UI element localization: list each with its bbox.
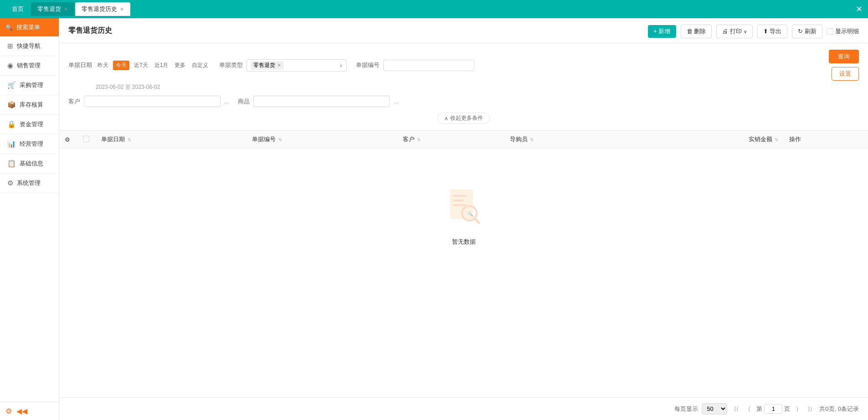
bill-number-input[interactable] [383, 60, 474, 71]
bill-type-select[interactable]: 零售退货 ✕ ∨ [247, 59, 347, 72]
page-unit: 页 [784, 405, 790, 413]
svg-rect-3 [453, 204, 466, 206]
filter-customer: 客户 ... [68, 96, 229, 107]
sidebar-item-finance-mgmt-label: 资金管理 [20, 120, 43, 128]
date-yesterday-btn[interactable]: 昨天 [96, 61, 110, 70]
customer-input[interactable] [84, 96, 221, 107]
refresh-button[interactable]: ↻ 刷新 [792, 25, 822, 38]
show-detail-checkbox[interactable] [827, 28, 833, 35]
sidebar-item-sales-mgmt-label: 销售管理 [17, 61, 41, 70]
table-wrap: ⚙ 单据日期 ⇅ 单据编号 ⇅ 客户 [59, 131, 868, 397]
goods-input[interactable] [253, 96, 390, 107]
collapse-button[interactable]: ∧ 收起更多条件 [437, 113, 490, 124]
new-button[interactable]: + 新增 [648, 25, 676, 38]
tab-home[interactable]: 首页 [5, 2, 30, 16]
sidebar-item-purchase-mgmt[interactable]: 🛒 采购管理 [0, 76, 59, 95]
data-table: ⚙ 单据日期 ⇅ 单据编号 ⇅ 客户 [59, 131, 868, 282]
tab-home-label: 首页 [12, 5, 24, 13]
page-size-select[interactable]: 50 10 20 100 [702, 403, 727, 415]
tab-retail-return-history[interactable]: 零售退货历史 ✕ [75, 2, 130, 16]
bill-type-tag-label: 零售退货 [253, 61, 275, 69]
sidebar-item-operation-mgmt-label: 经营管理 [20, 140, 43, 148]
delete-button[interactable]: 🗑 删除 [681, 25, 712, 38]
date-custom-btn[interactable]: 自定义 [190, 61, 210, 70]
sidebar-item-basic-info[interactable]: 📋 基础信息 [0, 154, 59, 174]
page-total: 共0页, 0条记录 [819, 405, 859, 413]
page-header: 零售退货历史 + 新增 🗑 删除 🖨 打印 ∨ ⬆ 导出 ↻ 刷新 显示明细 [59, 18, 868, 43]
date-last7-btn[interactable]: 近7天 [132, 61, 150, 70]
th-date[interactable]: 单据日期 ⇅ [96, 131, 247, 149]
search-menu-button[interactable]: 🔍 搜索菜单 [0, 18, 59, 36]
tab-bar: 首页 零售退货 ✕ 零售退货历史 ✕ [5, 2, 856, 16]
customer-label: 客户 [68, 97, 80, 106]
th-amount: 实销金额 ⇅ [633, 131, 784, 149]
goods-more-link[interactable]: ... [394, 98, 398, 105]
th-amount-label: 实销金额 [749, 136, 772, 143]
export-button[interactable]: ⬆ 导出 [757, 25, 788, 38]
filter-area: 单据日期 昨天 今天 近7天 近1月 更多 自定义 单据类型 [59, 43, 868, 131]
operation-mgmt-icon: 📊 [7, 140, 16, 148]
inventory-calc-icon: 📦 [7, 101, 16, 109]
th-action: 操作 [784, 131, 868, 149]
svg-rect-2 [453, 200, 464, 201]
bill-type-tag-close[interactable]: ✕ [277, 62, 281, 68]
th-customer[interactable]: 客户 ⇅ [397, 131, 504, 149]
page-nav: ⟨⟨ ⟨ 第 页 ⟩ ⟩⟩ [731, 404, 816, 415]
sidebar-item-sales-mgmt[interactable]: ◉ 销售管理 [0, 56, 59, 76]
collapse-label: 收起更多条件 [450, 114, 483, 122]
sidebar-item-system-mgmt[interactable]: ⚙ 系统管理 [0, 174, 59, 193]
sidebar-item-inventory-calc[interactable]: 📦 库存核算 [0, 95, 59, 115]
sidebar-item-operation-mgmt[interactable]: 📊 经营管理 [0, 134, 59, 154]
sidebar-item-basic-info-label: 基础信息 [20, 159, 43, 168]
system-mgmt-icon: ⚙ [7, 179, 13, 187]
collapse-row: ∧ 收起更多条件 [68, 113, 859, 124]
notification-speaker-icon[interactable]: ◀◀ [16, 407, 27, 415]
search-icon: 🔍 [5, 24, 13, 31]
page-title: 零售退货历史 [68, 26, 112, 42]
date-label: 单据日期 [68, 61, 92, 69]
date-quick-filters: 昨天 今天 近7天 近1月 更多 自定义 [96, 61, 210, 70]
tab-retail-return[interactable]: 零售退货 ✕ [31, 2, 74, 16]
tab-retail-return-close[interactable]: ✕ [64, 6, 68, 12]
th-guide-label: 导购员 [510, 136, 528, 143]
th-number[interactable]: 单据编号 ⇅ [247, 131, 397, 149]
th-guide-sort-icon: ⇅ [530, 137, 534, 142]
first-page-button[interactable]: ⟨⟨ [731, 404, 742, 415]
date-last-month-btn[interactable]: 近1月 [153, 61, 170, 70]
sidebar-item-quick-nav[interactable]: ⊞ 快捷导航 [0, 36, 59, 56]
date-range-text: 2023-06-02 至 2023-06-02 [96, 84, 160, 90]
show-detail-toggle[interactable]: 显示明细 [827, 27, 859, 36]
tab-retail-return-label: 零售退货 [37, 5, 61, 13]
th-action-label: 操作 [789, 136, 801, 143]
th-guide[interactable]: 导购员 ⇅ [504, 131, 633, 149]
page-number-input[interactable] [764, 404, 782, 414]
query-button[interactable]: 查询 [829, 50, 859, 63]
filter-action-group: 查询 设置 [829, 50, 859, 81]
th-check[interactable] [77, 131, 96, 149]
next-page-button[interactable]: ⟩ [792, 404, 803, 415]
window-close-button[interactable]: ✕ [856, 4, 863, 14]
bill-number-label: 单据编号 [356, 61, 380, 69]
print-button[interactable]: 🖨 打印 ∨ [716, 25, 753, 38]
sidebar-bottom: ⚙ ◀◀ [0, 402, 59, 420]
main-layout: 🔍 搜索菜单 ⊞ 快捷导航 ◉ 销售管理 🛒 采购管理 📦 库存核算 🔒 资金管… [0, 18, 868, 420]
filter-row-2: 客户 ... 商品 ... [68, 96, 859, 107]
svg-text:🔍: 🔍 [467, 211, 473, 217]
date-more-btn[interactable]: 更多 [173, 61, 187, 70]
prev-page-button[interactable]: ⟨ [744, 404, 755, 415]
filter-date: 单据日期 昨天 今天 近7天 近1月 更多 自定义 [68, 61, 210, 70]
sidebar-item-purchase-mgmt-label: 采购管理 [20, 81, 43, 89]
select-all-checkbox[interactable] [83, 136, 89, 142]
last-page-button[interactable]: ⟩⟩ [805, 404, 816, 415]
customer-more-link[interactable]: ... [224, 98, 229, 105]
top-bar: 首页 零售退货 ✕ 零售退货历史 ✕ ✕ [0, 0, 868, 18]
th-gear[interactable]: ⚙ [59, 131, 77, 149]
setting-button[interactable]: 设置 [832, 67, 859, 81]
sidebar-item-finance-mgmt[interactable]: 🔒 资金管理 [0, 115, 59, 134]
sidebar-item-quick-nav-label: 快捷导航 [17, 42, 41, 50]
th-amount-sort-icon: ⇅ [775, 137, 778, 142]
settings-gear-icon[interactable]: ⚙ [5, 407, 12, 415]
tab-retail-return-history-close[interactable]: ✕ [120, 6, 124, 12]
filter-goods: 商品 ... [238, 96, 398, 107]
date-today-btn[interactable]: 今天 [113, 61, 129, 70]
